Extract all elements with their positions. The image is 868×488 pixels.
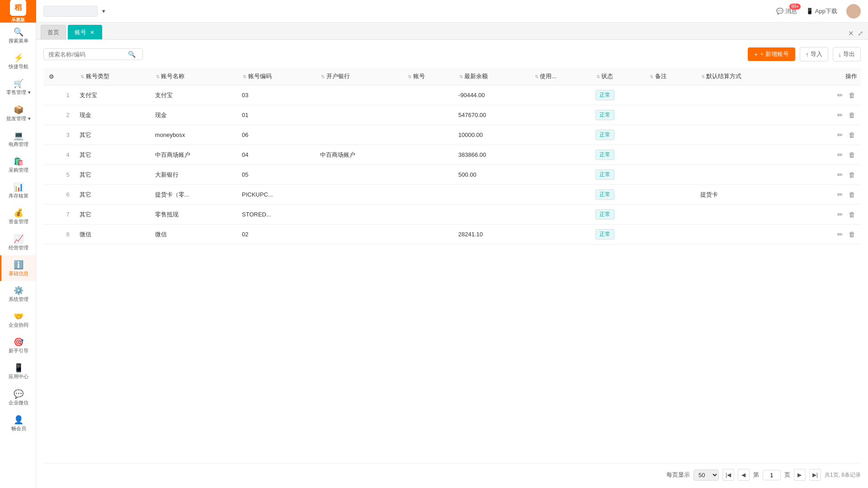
sidebar-item-app-center[interactable]: 📱 应用中心: [0, 358, 36, 384]
import-icon: ↑: [806, 51, 809, 58]
app-subtitle: 乐惠版: [11, 17, 25, 23]
delete-button-3[interactable]: 🗑: [847, 150, 857, 160]
sidebar-item-wholesale[interactable]: 📦 批发管理 ▾: [0, 100, 36, 126]
delete-button-5[interactable]: 🗑: [847, 190, 857, 199]
topbar-right: 💬 消息 99+ 📱 App下载: [776, 4, 861, 19]
sidebar-item-new-guide[interactable]: 🎯 新手引导: [0, 333, 36, 358]
sidebar-item-enterprise-agreement[interactable]: 🤝 企业协同: [0, 307, 36, 333]
cell-name-1: 现金: [151, 105, 238, 125]
col-header-usage[interactable]: ⇅ 使用...: [530, 68, 592, 85]
col-header-balance[interactable]: ⇅ 最新余额: [455, 68, 530, 85]
cell-account-7: [403, 225, 455, 244]
sidebar-icon-operations: 📈: [14, 234, 24, 244]
tab-fullscreen-button[interactable]: ⤢: [858, 29, 863, 38]
col-header-status[interactable]: ⇅ 状态: [592, 68, 646, 85]
edit-button-0[interactable]: ✏: [835, 90, 845, 100]
delete-button-0[interactable]: 🗑: [847, 90, 857, 100]
table-row: 3其它moneybosx0610000.00正常 ✏ 🗑: [43, 125, 861, 145]
cell-type-0: 支付宝: [76, 85, 151, 105]
page-last-button[interactable]: ▶|: [809, 469, 821, 481]
edit-button-5[interactable]: ✏: [835, 190, 845, 200]
cell-ops-1: ✏ 🗑: [796, 105, 861, 125]
import-button[interactable]: ↑ 导入: [800, 47, 828, 61]
cell-bank-4: [316, 165, 403, 185]
delete-button-6[interactable]: 🗑: [847, 210, 857, 219]
topbar-search-input[interactable]: [43, 6, 98, 17]
cell-usage-4: [530, 165, 592, 185]
sidebar-icon-retail: 🛒: [14, 79, 24, 89]
sidebar-item-member[interactable]: 👤 畅会员: [0, 410, 36, 436]
col-header-remark[interactable]: ⇅ 备注: [645, 68, 697, 85]
edit-button-6[interactable]: ✏: [835, 210, 845, 220]
export-button[interactable]: ↓ 导出: [833, 47, 861, 61]
table-row: 7其它零售抵现STORED...正常 ✏ 🗑: [43, 205, 861, 225]
cell-default_settlement-7: [697, 225, 796, 244]
sidebar-item-purchase[interactable]: 🛍️ 采购管理: [0, 152, 36, 178]
sidebar-item-inventory[interactable]: 📊 库存核算: [0, 178, 36, 203]
table-row: 1支付宝支付宝03-90444.00正常 ✏ 🗑: [43, 85, 861, 105]
col-header-code[interactable]: ⇅ 账号编码: [238, 68, 316, 85]
cell-balance-0: -90444.00: [455, 85, 530, 105]
cell-usage-2: [530, 125, 592, 145]
sidebar-item-enterprise-wechat[interactable]: 💬 企业微信: [0, 385, 36, 410]
sidebar-label-enterprise-wechat: 企业微信: [9, 400, 28, 406]
edit-button-3[interactable]: ✏: [835, 150, 845, 160]
cell-status-3: 正常: [592, 145, 646, 165]
search-input[interactable]: [48, 51, 125, 58]
delete-button-7[interactable]: 🗑: [847, 230, 857, 239]
user-avatar[interactable]: [846, 4, 861, 19]
cell-ops-7: ✏ 🗑: [796, 225, 861, 244]
sidebar-item-search-menu[interactable]: 🔍 搜索菜单: [0, 23, 36, 48]
app-download-button[interactable]: 📱 App下载: [806, 7, 837, 15]
message-badge: 99+: [789, 4, 801, 9]
sidebar-item-system[interactable]: ⚙️ 系统管理: [0, 281, 36, 307]
edit-button-4[interactable]: ✏: [835, 170, 845, 180]
sidebar-item-finance[interactable]: 💰 资金管理: [0, 203, 36, 229]
cell-remark-4: [645, 165, 697, 185]
page-size-label: 每页显示: [666, 471, 690, 479]
status-badge-4: 正常: [595, 169, 614, 180]
page-next-button[interactable]: ▶: [794, 469, 806, 481]
page-prev-button[interactable]: ◀: [738, 469, 750, 481]
cell-type-7: 微信: [76, 225, 151, 244]
col-header-bank[interactable]: ⇅ 开户银行: [316, 68, 403, 85]
edit-button-7[interactable]: ✏: [835, 230, 845, 239]
topbar-dropdown[interactable]: ▾: [102, 8, 105, 14]
sidebar-item-retail[interactable]: 🛒 零售管理 ▾: [0, 74, 36, 100]
message-button[interactable]: 💬 消息 99+: [776, 7, 797, 15]
tab-home[interactable]: 首页: [41, 25, 66, 39]
delete-button-1[interactable]: 🗑: [847, 110, 857, 120]
cell-code-1: 01: [238, 105, 316, 125]
sidebar-label-search-menu: 搜索菜单: [9, 38, 28, 44]
page-size-select[interactable]: 102050100: [693, 469, 719, 481]
edit-button-2[interactable]: ✏: [835, 130, 845, 140]
col-header-name[interactable]: ⇅ 账号名称: [151, 68, 238, 85]
sidebar-label-system: 系统管理: [9, 296, 28, 302]
cell-settings-3: [43, 145, 60, 165]
cell-default_settlement-5: 提货卡: [697, 185, 796, 205]
page-number-input[interactable]: [763, 470, 781, 480]
cell-status-6: 正常: [592, 205, 646, 225]
cell-account-3: [403, 145, 455, 165]
page-first-button[interactable]: |◀: [722, 469, 734, 481]
cell-usage-5: [530, 185, 592, 205]
sidebar-item-basic-info[interactable]: ℹ️ 基础信息: [0, 255, 36, 281]
page-word: 第: [753, 471, 759, 479]
col-header-type[interactable]: ⇅ 账号类型: [76, 68, 151, 85]
tab-close-all-button[interactable]: ✕: [848, 29, 854, 38]
add-account-button[interactable]: + + 新增账号: [748, 47, 795, 61]
cell-settings-6: [43, 205, 60, 225]
delete-button-4[interactable]: 🗑: [847, 170, 857, 179]
search-icon[interactable]: 🔍: [128, 51, 136, 58]
sidebar-item-ecommerce[interactable]: 💻 电商管理: [0, 126, 36, 152]
delete-button-2[interactable]: 🗑: [847, 130, 857, 140]
tab-close-account[interactable]: ✕: [89, 29, 95, 36]
sidebar-item-quick-nav[interactable]: ⚡ 快捷导航: [0, 48, 36, 74]
cell-bank-6: [316, 205, 403, 225]
col-header-default_settlement[interactable]: ⇅ 默认结算方式: [697, 68, 796, 85]
cell-bank-5: [316, 185, 403, 205]
col-header-account[interactable]: ⇅ 账号: [403, 68, 455, 85]
tab-account[interactable]: 账号✕: [68, 25, 102, 39]
edit-button-1[interactable]: ✏: [835, 110, 845, 120]
sidebar-item-operations[interactable]: 📈 经营管理: [0, 230, 36, 255]
